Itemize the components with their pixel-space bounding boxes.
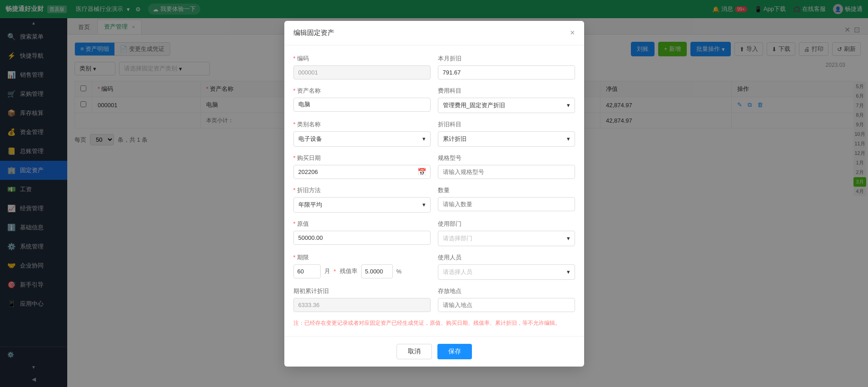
field-category: * 类别名称 电子设备 ▾ — [293, 120, 431, 147]
quantity-input[interactable] — [438, 197, 575, 211]
cancel-button[interactable]: 取消 — [397, 344, 432, 359]
residual-rate-input[interactable] — [361, 264, 393, 278]
code-input[interactable] — [293, 65, 431, 79]
modal-row-2: * 资产名称 费用科目 管理费用_固定资产折旧 ▾ — [293, 87, 575, 113]
field-department: 使用部门 请选择部门 ▾ — [438, 220, 575, 246]
field-original-value: * 原值 — [293, 220, 431, 246]
field-code: * 编码 — [293, 55, 431, 79]
field-period-residual: * 期限 月 * 残值率 % — [293, 253, 431, 280]
field-spec-model: 规格型号 — [438, 154, 575, 179]
asset-name-input[interactable] — [293, 98, 431, 112]
chevron-down-icon: ▾ — [567, 235, 570, 242]
modal-row-1: * 编码 本月折旧 — [293, 55, 575, 79]
chevron-down-icon: ▾ — [567, 135, 570, 142]
calendar-icon[interactable]: 📅 — [414, 168, 430, 176]
field-opening-accumulated: 期初累计折旧 — [293, 287, 431, 312]
modal-header: 编辑固定资产 × — [284, 21, 584, 45]
period-residual-group: 月 * 残值率 % — [293, 264, 431, 278]
depreciation-method-select[interactable]: 年限平均 ▾ — [293, 197, 431, 213]
original-value-input[interactable] — [293, 231, 431, 245]
department-select[interactable]: 请选择部门 ▾ — [438, 231, 575, 246]
field-monthly-depreciation: 本月折旧 — [438, 55, 575, 79]
save-button[interactable]: 保存 — [437, 344, 472, 359]
person-select[interactable]: 请选择人员 ▾ — [438, 264, 575, 280]
monthly-depreciation-input[interactable] — [438, 65, 575, 79]
modal-row-7: * 期限 月 * 残值率 % 使用人员 请选择人员 ▾ — [293, 253, 575, 280]
modal-close-btn[interactable]: × — [570, 28, 575, 38]
chevron-down-icon: ▾ — [422, 135, 426, 142]
chevron-down-icon: ▾ — [567, 102, 570, 109]
modal-row-3: * 类别名称 电子设备 ▾ 折旧科目 累计折旧 ▾ — [293, 120, 575, 147]
expense-account-select[interactable]: 管理费用_固定资产折旧 ▾ — [438, 98, 575, 113]
spec-model-input[interactable] — [438, 165, 575, 179]
modal-overlay: 编辑固定资产 × * 编码 本月折旧 * 资产名称 — [0, 0, 868, 387]
field-asset-name: * 资产名称 — [293, 87, 431, 113]
period-input[interactable] — [293, 264, 321, 278]
modal-row-8: 期初累计折旧 存放地点 — [293, 287, 575, 312]
modal-row-4: * 购买日期 📅 规格型号 — [293, 154, 575, 179]
field-quantity: 数量 — [438, 186, 575, 213]
field-purchase-date: * 购买日期 📅 — [293, 154, 431, 179]
location-input[interactable] — [438, 298, 575, 312]
opening-accumulated-input[interactable] — [293, 298, 431, 312]
category-select[interactable]: 电子设备 ▾ — [293, 131, 431, 147]
modal-note: 注：已经存在变更记录或者对应固定资产已经生成凭证，原值、购买日期、残值率、累计折… — [293, 319, 575, 327]
modal-footer: 取消 保存 — [284, 336, 584, 367]
modal-row-5: * 折旧方法 年限平均 ▾ 数量 — [293, 186, 575, 213]
edit-asset-modal: 编辑固定资产 × * 编码 本月折旧 * 资产名称 — [284, 21, 584, 367]
modal-title: 编辑固定资产 — [293, 29, 334, 37]
depreciation-account-select[interactable]: 累计折旧 ▾ — [438, 131, 575, 147]
chevron-down-icon: ▾ — [422, 201, 426, 208]
modal-body: * 编码 本月折旧 * 资产名称 费用科目 管理费用_固定资产折旧 — [284, 45, 584, 336]
modal-row-6: * 原值 使用部门 请选择部门 ▾ — [293, 220, 575, 246]
field-person: 使用人员 请选择人员 ▾ — [438, 253, 575, 280]
field-location: 存放地点 — [438, 287, 575, 312]
chevron-down-icon: ▾ — [567, 268, 570, 275]
field-depreciation-method: * 折旧方法 年限平均 ▾ — [293, 186, 431, 213]
field-expense-account: 费用科目 管理费用_固定资产折旧 ▾ — [438, 87, 575, 113]
field-depreciation-account: 折旧科目 累计折旧 ▾ — [438, 120, 575, 147]
purchase-date-input[interactable] — [294, 165, 414, 179]
